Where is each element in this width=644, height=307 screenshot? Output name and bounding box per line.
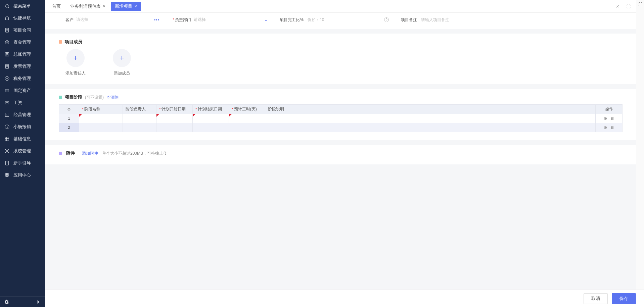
tab-close-all[interactable] [613, 2, 623, 11]
sidebar-item-invoice[interactable]: 发票管理 [0, 60, 45, 72]
sidebar-item-expense[interactable]: 小畅报销 [0, 121, 45, 133]
ops-row: ⊕ 🗑 [596, 123, 622, 132]
add-attachment-link[interactable]: + 添加附件 [79, 151, 98, 156]
row-index: 2 [59, 123, 79, 132]
close-icon[interactable]: ✕ [134, 4, 137, 8]
cell-end[interactable] [193, 114, 229, 123]
cell-name[interactable] [79, 123, 123, 132]
cell-start[interactable] [156, 114, 193, 123]
sidebar-item-operation[interactable]: 经营管理 [0, 109, 45, 121]
section-title: 项目阶段 [65, 94, 82, 100]
plus-icon: + [113, 49, 131, 67]
col-ops: 操作 [596, 105, 622, 114]
settings-icon[interactable] [4, 299, 9, 305]
more-icon[interactable]: ••• [153, 17, 161, 22]
sidebar-item-salary[interactable]: 工资 [0, 97, 45, 109]
cancel-button[interactable]: 取消 [584, 293, 608, 304]
delete-row-icon[interactable]: 🗑 [610, 125, 614, 130]
svg-point-8 [7, 102, 8, 103]
clear-phases-link[interactable]: ↺ 清除 [106, 95, 119, 100]
sidebar-item-apps[interactable]: 应用中心 [0, 169, 45, 181]
sidebar-item-label: 总账管理 [13, 51, 31, 57]
sidebar-footer [0, 296, 45, 307]
add-owner-button[interactable]: + 添加责任人 [59, 49, 92, 76]
sidebar-item-label: 基础信息 [13, 136, 31, 142]
svg-rect-15 [5, 175, 7, 177]
plus-icon: + [79, 151, 81, 156]
customer-select[interactable]: 请选择 [76, 15, 150, 24]
cell-hours[interactable] [229, 114, 265, 123]
sidebar-item-base[interactable]: 基础信息 [0, 133, 45, 145]
cell-desc[interactable] [265, 123, 595, 132]
cell-end[interactable] [193, 123, 229, 132]
col-hours: *预计工时(天) [229, 105, 265, 114]
delete-row-icon[interactable]: 🗑 [610, 116, 614, 121]
add-member-button[interactable]: + 添加成员 [106, 49, 138, 76]
table-header: ⚙ *阶段名称 阶段负责人 *计划开始日期 *计划结束日期 *预计工时(天) 阶… [59, 105, 595, 114]
sidebar-item-label: 税务管理 [13, 75, 31, 82]
required-marker-icon [156, 114, 159, 117]
sidebar: 搜索菜单 快捷导航 项目合同 资金管理 总账管理 发票管理 [0, 0, 45, 307]
dept-select[interactable]: 请选择 ⌄ [194, 15, 268, 24]
sidebar-item-label: 工资 [13, 100, 22, 106]
cell-start[interactable] [156, 123, 193, 132]
svg-rect-13 [5, 173, 7, 175]
sidebar-item-assets[interactable]: 固定资产 [0, 85, 45, 97]
tax-icon [4, 75, 10, 82]
salary-icon [4, 100, 10, 106]
add-row-icon[interactable]: ⊕ [604, 116, 607, 121]
cell-owner[interactable] [123, 114, 156, 123]
table-row: 2 [59, 123, 595, 132]
sidebar-item-quicknav[interactable]: 快捷导航 [0, 12, 45, 24]
tabs: 首页 业务利润预估表 ✕ 新增项目 ✕ [45, 0, 636, 13]
sidebar-item-project-contract[interactable]: 项目合同 [0, 24, 45, 36]
main: 首页 业务利润预估表 ✕ 新增项目 ✕ 客户 请选择 [45, 0, 636, 307]
row-index: 1 [59, 114, 79, 123]
remark-input[interactable] [420, 15, 497, 24]
sidebar-item-label: 新手引导 [13, 160, 31, 166]
section-dot-icon [59, 152, 62, 155]
collapse-icon[interactable] [36, 299, 41, 305]
add-row-icon[interactable]: ⊕ [604, 125, 607, 130]
ops-cell: ⊕ 🗑 [596, 123, 622, 132]
svg-point-11 [6, 150, 8, 152]
phase-table: ⚙ *阶段名称 阶段负责人 *计划开始日期 *计划结束日期 *预计工时(天) 阶… [59, 104, 596, 132]
cell-owner[interactable] [123, 123, 156, 132]
percent-input[interactable] [306, 15, 380, 24]
help-icon[interactable]: ? [384, 17, 389, 22]
link-label: 添加附件 [82, 151, 98, 156]
col-desc: 阶段说明 [265, 105, 595, 114]
sidebar-item-tax[interactable]: 税务管理 [0, 72, 45, 85]
sidebar-item-ledger[interactable]: 总账管理 [0, 48, 45, 60]
cell-name[interactable] [79, 114, 123, 123]
sidebar-item-search[interactable]: 搜索菜单 [0, 0, 45, 12]
gear-icon: ⚙ [67, 107, 71, 112]
ops-column: 操作 ⊕ 🗑 ⊕ 🗑 [596, 104, 623, 132]
section-header: 项目阶段 (可不设置) ↺ 清除 [59, 94, 623, 100]
col-end: *计划结束日期 [193, 105, 229, 114]
tab-fullscreen[interactable] [624, 2, 633, 11]
close-icon[interactable]: ✕ [103, 4, 105, 8]
chart-icon [4, 112, 10, 118]
sidebar-item-funds[interactable]: 资金管理 [0, 36, 45, 48]
expense-icon [4, 124, 10, 130]
expand-icon[interactable]: ⛶ [637, 1, 643, 7]
field-label: 客户 [65, 17, 74, 23]
sidebar-item-guide[interactable]: 新手引导 [0, 157, 45, 169]
field-label: 项目备注 [401, 17, 417, 23]
tab-profit-report[interactable]: 业务利润预估表 ✕ [66, 2, 109, 11]
sidebar-item-system[interactable]: 系统管理 [0, 145, 45, 157]
select-placeholder: 请选择 [194, 17, 206, 22]
adder-label: 添加成员 [114, 70, 130, 76]
asset-icon [4, 88, 10, 94]
tab-home[interactable]: 首页 [48, 2, 65, 11]
section-subtitle: (可不设置) [85, 95, 104, 100]
member-adders: + 添加责任人 + 添加成员 [59, 49, 623, 76]
tab-new-project[interactable]: 新增项目 ✕ [111, 2, 141, 11]
cell-desc[interactable] [265, 114, 595, 123]
col-settings[interactable]: ⚙ [59, 105, 79, 114]
save-button[interactable]: 保存 [612, 293, 636, 304]
cell-hours[interactable] [229, 123, 265, 132]
section-attachment: 附件 + 添加附件 单个大小不超过200MB，可拖拽上传 [45, 145, 636, 164]
section-title: 附件 [66, 150, 75, 156]
